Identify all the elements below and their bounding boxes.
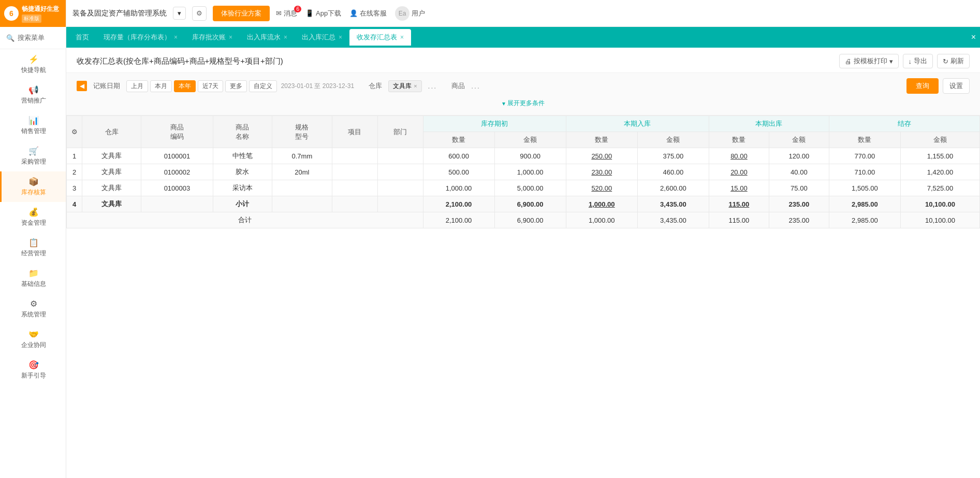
warehouse-filter-label: 仓库 <box>369 81 382 91</box>
sidebar-item-guide[interactable]: 🎯 新手引导 <box>0 355 66 385</box>
sidebar-item-marketing[interactable]: 📢 营销推广 <box>0 80 66 110</box>
purchase-icon: 🛒 <box>28 146 39 156</box>
tab-close-icon[interactable]: × <box>284 34 287 41</box>
sidebar-item-inventory[interactable]: 📦 库存核算 <box>0 171 66 202</box>
system-select-dropdown[interactable]: ▾ <box>173 7 186 20</box>
row-open-amt: 5,000.00 <box>494 180 566 196</box>
sidebar-item-system[interactable]: ⚙ 系统管理 <box>0 294 66 324</box>
subtotal-close-amt: 10,100.00 <box>900 196 979 212</box>
table-settings-col[interactable]: ⚙ <box>67 116 82 148</box>
sidebar-item-finance[interactable]: 💰 资金管理 <box>0 202 66 233</box>
tab-inventory-distribution[interactable]: 现存量（库存分布表） × <box>96 29 185 46</box>
row-code: 0100001 <box>141 148 213 164</box>
sidebar-nav: ⚡ 快捷导航 📢 营销推广 📊 销售管理 🛒 采购管理 📦 库存核算 💰 资金管… <box>0 49 66 478</box>
date-btn-this-year[interactable]: 本年 <box>174 80 196 92</box>
col-header-name: 商品名称 <box>213 116 272 148</box>
sidebar-item-sales[interactable]: 📊 销售管理 <box>0 110 66 141</box>
message-button[interactable]: ✉ 消息 6 <box>276 9 297 18</box>
col-group-opening: 库存期初 <box>423 116 566 132</box>
row-out-qty[interactable]: 20.00 <box>709 164 769 180</box>
trial-button[interactable]: 体验行业方案 <box>213 6 270 21</box>
export-button[interactable]: ↓ 导出 <box>903 54 933 68</box>
filter-collapse-button[interactable]: ◀ <box>77 81 87 91</box>
row-out-qty[interactable]: 80.00 <box>709 148 769 164</box>
chevron-down-icon: ▾ <box>502 100 505 107</box>
date-btn-more[interactable]: 更多 <box>225 80 247 92</box>
row-close-qty: 1,505.00 <box>829 180 900 196</box>
warehouse-tag-close[interactable]: × <box>414 83 417 89</box>
row-in-qty[interactable]: 520.00 <box>566 180 637 196</box>
row-dept <box>377 180 423 196</box>
subtotal-out-qty[interactable]: 115.00 <box>709 196 769 212</box>
print-button[interactable]: 🖨 按模板打印 ▾ <box>839 54 899 68</box>
row-open-qty: 600.00 <box>423 148 494 164</box>
sidebar-item-quick-nav[interactable]: ⚡ 快捷导航 <box>0 49 66 80</box>
settings-small-button[interactable]: 设置 <box>943 78 970 94</box>
row-name: 中性笔 <box>213 148 272 164</box>
col-header-code: 商品编码 <box>141 116 213 148</box>
tab-home[interactable]: 首页 <box>68 29 96 46</box>
row-close-qty: 770.00 <box>829 148 900 164</box>
tab-inout-summary[interactable]: 出入库汇总 × <box>295 29 349 46</box>
tab-close-icon[interactable]: × <box>229 34 232 41</box>
finance-icon: 💰 <box>28 207 39 217</box>
footer-out-qty: 115.00 <box>709 212 769 228</box>
row-project <box>332 180 377 196</box>
guide-icon: 🎯 <box>28 360 39 370</box>
date-btn-last-month[interactable]: 上月 <box>126 80 148 92</box>
date-range-text: 2023-01-01 至 2023-12-31 <box>281 82 354 91</box>
basic-info-icon: 📁 <box>28 268 39 278</box>
message-icon: ✉ <box>276 9 282 17</box>
print-icon: 🖨 <box>845 57 852 65</box>
row-out-amt: 75.00 <box>769 180 829 196</box>
download-icon: 📱 <box>305 9 314 17</box>
goods-more-dots[interactable]: ... <box>471 82 480 90</box>
col-close-qty: 数量 <box>829 132 900 148</box>
warehouse-more-dots[interactable]: ... <box>428 82 437 90</box>
subtotal-code <box>141 196 213 212</box>
date-btn-this-month[interactable]: 本月 <box>150 80 172 92</box>
subtotal-out-amt: 235.00 <box>769 196 829 212</box>
subtotal-in-qty[interactable]: 1,000.00 <box>566 196 637 212</box>
sidebar-item-enterprise[interactable]: 🤝 企业协同 <box>0 324 66 355</box>
sales-icon: 📊 <box>28 115 39 125</box>
subtotal-spec <box>272 196 332 212</box>
tab-close-icon[interactable]: × <box>400 34 404 41</box>
table-row: 3 文具库 0100003 采访本 1,000.00 5,000.00 520.… <box>67 180 980 196</box>
col-in-amt: 金额 <box>637 132 709 148</box>
row-in-qty[interactable]: 230.00 <box>566 164 637 180</box>
gear-button[interactable]: ⚙ <box>192 6 207 21</box>
user-menu[interactable]: Ea 用户 <box>395 6 425 21</box>
row-in-qty[interactable]: 250.00 <box>566 148 637 164</box>
topbar-right: ✉ 消息 6 📱 App下载 👤 在线客服 Ea 用户 <box>276 6 425 21</box>
enterprise-icon: 🤝 <box>28 329 39 339</box>
row-close-amt: 1,420.00 <box>900 164 979 180</box>
col-header-spec: 规格型号 <box>272 116 332 148</box>
filter-area: ◀ 记账日期 上月 本月 本年 近7天 更多 自定义 2023-01-01 至 … <box>66 73 980 115</box>
expand-conditions-button[interactable]: ▾ 展开更多条件 <box>77 97 970 110</box>
tab-batch-ledger[interactable]: 库存批次账 × <box>185 29 240 46</box>
refresh-button[interactable]: ↻ 刷新 <box>937 54 970 68</box>
table-row: 1 文具库 0100001 中性笔 0.7mm 600.00 900.00 25… <box>67 148 980 164</box>
online-service-button[interactable]: 👤 在线客服 <box>349 9 387 18</box>
date-btn-custom[interactable]: 自定义 <box>249 80 277 92</box>
tab-close-icon[interactable]: × <box>339 34 342 41</box>
tab-close-icon[interactable]: × <box>174 34 178 41</box>
sidebar-item-operations[interactable]: 📋 经营管理 <box>0 233 66 263</box>
date-btn-7days[interactable]: 近7天 <box>198 80 223 92</box>
search-menu-button[interactable]: 🔍 搜索菜单 <box>4 31 62 45</box>
row-out-qty[interactable]: 15.00 <box>709 180 769 196</box>
row-spec: 20ml <box>272 164 332 180</box>
sidebar-item-basic-info[interactable]: 📁 基础信息 <box>0 263 66 294</box>
tabs-close-all-button[interactable]: × <box>969 31 978 44</box>
footer-out-amt: 235.00 <box>769 212 829 228</box>
sidebar-item-purchase[interactable]: 🛒 采购管理 <box>0 141 66 171</box>
page-content: 收发存汇总表(按仓库+商品编码+商品+规格型号+项目+部门) 🖨 按模板打印 ▾… <box>66 48 980 478</box>
row-no: 3 <box>67 180 82 196</box>
query-button[interactable]: 查询 <box>906 78 939 94</box>
tab-receipt-summary[interactable]: 收发存汇总表 × <box>349 29 411 46</box>
row-open-amt: 1,000.00 <box>494 164 566 180</box>
subtotal-close-qty: 2,985.00 <box>829 196 900 212</box>
app-download-button[interactable]: 📱 App下载 <box>305 9 341 18</box>
tab-inout-flow[interactable]: 出入库流水 × <box>240 29 295 46</box>
